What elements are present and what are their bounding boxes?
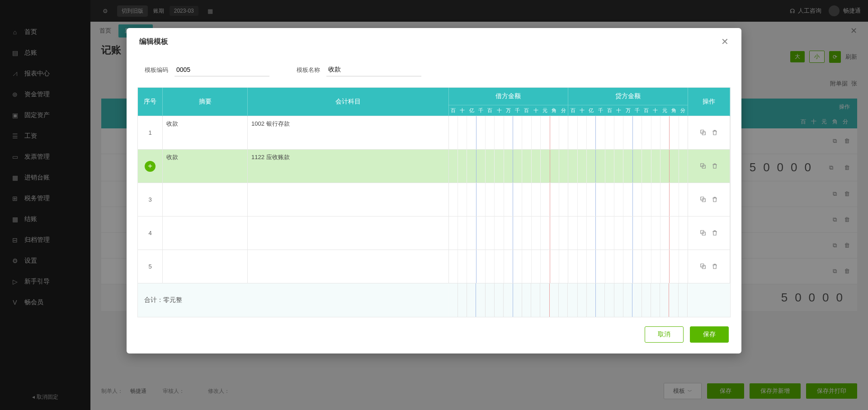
digit-header-cell: 万 — [504, 107, 513, 114]
delete-icon[interactable] — [711, 162, 719, 170]
template-code-input[interactable] — [175, 63, 269, 76]
col-credit: 贷方金额 — [568, 88, 688, 105]
digit-header-cell: 亿 — [587, 107, 596, 114]
row-op — [688, 116, 730, 150]
row-credit[interactable] — [568, 183, 688, 217]
copy-icon[interactable] — [699, 128, 707, 137]
digit-header-cell: 十 — [531, 107, 540, 114]
col-summary: 摘要 — [163, 88, 248, 116]
row-debit[interactable] — [448, 217, 568, 250]
row-seq: 4 — [138, 217, 163, 250]
digit-header-cell: 百 — [522, 107, 531, 114]
delete-icon[interactable] — [711, 195, 719, 203]
row-summary[interactable] — [163, 183, 248, 217]
digit-header-cell: 元 — [660, 107, 669, 114]
row-summary[interactable]: 收款 — [163, 150, 248, 183]
digit-header-cell: 十 — [651, 107, 660, 114]
col-debit: 借方金额 — [448, 88, 568, 105]
row-account[interactable] — [247, 250, 448, 283]
row-summary[interactable] — [163, 217, 248, 250]
template-grid: 序号 摘要 会计科目 借方金额 贷方金额 操作 百十亿千百十万千百十元角分 百十… — [137, 87, 731, 317]
digit-header-cell: 亿 — [467, 107, 476, 114]
total-row: 合计：零元整 — [138, 283, 448, 317]
digit-header-cell: 元 — [540, 107, 549, 114]
digit-header-cell: 十 — [578, 107, 587, 114]
edit-template-modal: 编辑模板 ✕ 模板编码 模板名称 序号 摘要 会计科目 借方金额 贷方金额 — [127, 28, 741, 353]
row-seq: 5 — [138, 250, 163, 283]
template-code-label: 模板编码 — [145, 66, 168, 74]
digit-header-cell: 千 — [596, 107, 605, 114]
copy-icon[interactable] — [699, 262, 707, 270]
credit-digit-header: 百十亿千百十万千百十元角分 — [568, 105, 688, 116]
digit-header-cell: 角 — [669, 107, 678, 114]
digit-header-cell: 百 — [449, 107, 458, 114]
digit-header-cell: 千 — [513, 107, 522, 114]
digit-header-cell: 角 — [550, 107, 559, 114]
row-op — [688, 183, 730, 217]
copy-icon[interactable] — [699, 229, 707, 237]
digit-header-cell: 十 — [458, 107, 467, 114]
digit-header-cell: 百 — [486, 107, 495, 114]
row-credit[interactable] — [568, 250, 688, 283]
row-op — [688, 217, 730, 250]
digit-header-cell: 百 — [568, 107, 577, 114]
digit-header-cell: 百 — [605, 107, 614, 114]
total-debit — [448, 283, 568, 317]
digit-header-cell: 千 — [476, 107, 485, 114]
table-row[interactable]: 4 — [138, 217, 730, 250]
delete-icon[interactable] — [711, 128, 719, 137]
table-row[interactable]: 1收款1002 银行存款 — [138, 116, 730, 150]
close-icon[interactable]: ✕ — [721, 36, 729, 47]
digit-header-cell: 分 — [679, 107, 688, 114]
total-op — [688, 283, 730, 317]
row-account[interactable]: 1002 银行存款 — [247, 116, 448, 150]
delete-icon[interactable] — [711, 229, 719, 237]
row-credit[interactable] — [568, 217, 688, 250]
row-seq: 3 — [138, 183, 163, 217]
digit-header-cell: 百 — [642, 107, 651, 114]
copy-icon[interactable] — [699, 162, 707, 170]
row-debit[interactable] — [448, 250, 568, 283]
digit-header-cell: 分 — [559, 107, 568, 114]
copy-icon[interactable] — [699, 195, 707, 203]
template-name-input[interactable] — [326, 63, 421, 76]
modal-title: 编辑模板 — [139, 37, 168, 47]
add-row-icon[interactable]: ＋ — [145, 161, 156, 172]
delete-icon[interactable] — [711, 262, 719, 270]
row-debit[interactable] — [448, 150, 568, 183]
col-op: 操作 — [688, 88, 730, 116]
table-row[interactable]: 3 — [138, 183, 730, 217]
digit-header-cell: 十 — [614, 107, 623, 114]
row-account[interactable] — [247, 183, 448, 217]
row-op — [688, 250, 730, 283]
col-account: 会计科目 — [247, 88, 448, 116]
debit-digit-header: 百十亿千百十万千百十元角分 — [448, 105, 568, 116]
row-seq: ＋ — [138, 150, 163, 183]
table-row[interactable]: ＋收款1122 应收账款 — [138, 150, 730, 183]
total-credit — [568, 283, 688, 317]
digit-header-cell: 万 — [623, 107, 632, 114]
digit-header-cell: 十 — [495, 107, 504, 114]
row-op — [688, 150, 730, 183]
row-summary[interactable] — [163, 250, 248, 283]
row-credit[interactable] — [568, 150, 688, 183]
col-seq: 序号 — [138, 88, 163, 116]
row-credit[interactable] — [568, 116, 688, 150]
row-debit[interactable] — [448, 116, 568, 150]
row-account[interactable]: 1122 应收账款 — [247, 150, 448, 183]
digit-header-cell: 千 — [632, 107, 642, 114]
template-name-label: 模板名称 — [297, 66, 320, 74]
row-summary[interactable]: 收款 — [163, 116, 248, 150]
save-button[interactable]: 保存 — [690, 326, 729, 343]
row-account[interactable] — [247, 217, 448, 250]
cancel-button[interactable]: 取消 — [645, 326, 684, 343]
table-row[interactable]: 5 — [138, 250, 730, 283]
row-seq: 1 — [138, 116, 163, 150]
row-debit[interactable] — [448, 183, 568, 217]
